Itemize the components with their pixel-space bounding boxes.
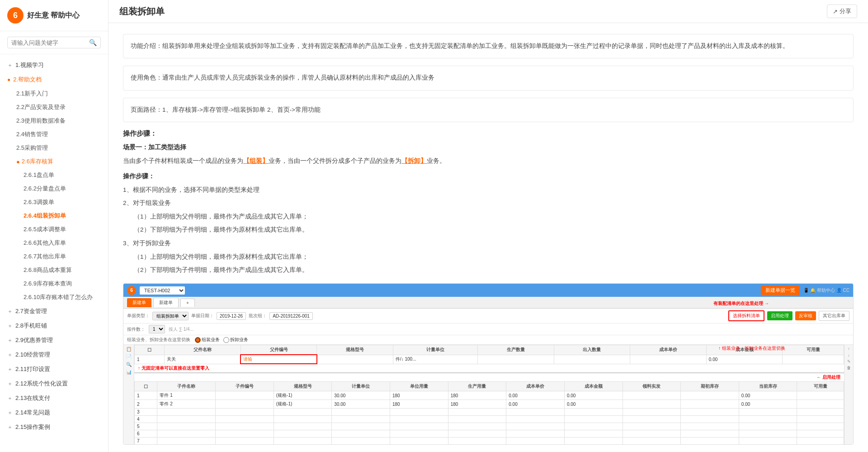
- sidebar-item-262[interactable]: 2.6.2分量盘点单: [0, 182, 108, 195]
- ss-logo: 6: [127, 286, 136, 295]
- sidebar-item-finance[interactable]: ＋ 2.7资金管理: [0, 304, 108, 319]
- link-assembly[interactable]: 【组装】: [243, 157, 269, 164]
- screenshot-container: 6 TEST-H002 新建单据一览 📱 🔔 帮助中心 👤 CC 新建单 新建单…: [123, 283, 854, 445]
- ss-col-spec: 规格型号: [317, 345, 393, 355]
- ss-annotation4: ↑ 无固定清单可以直接在这里置零入: [134, 364, 844, 372]
- ss-child-col-cost-price: 成本单价: [506, 382, 565, 391]
- ss-org-select[interactable]: TEST-H002: [140, 286, 185, 295]
- step2: 2、对于组装业务: [123, 197, 854, 209]
- sidebar-item-purchase[interactable]: 2.5采购管理: [0, 141, 108, 155]
- link-disassembly[interactable]: 【拆卸】: [401, 157, 427, 164]
- ss-date-val[interactable]: 2019-12-26: [217, 312, 246, 320]
- ss-other-out-btn[interactable]: 其它出库单: [819, 311, 849, 321]
- ss-col-prod-qty: 生产数量: [477, 345, 554, 355]
- collapse-icon-inventory: ●: [16, 158, 20, 165]
- ss-col-inout-qty: 出入数量: [554, 345, 630, 355]
- table-row: 7: [135, 438, 844, 445]
- sidebar-item-label: 1.视频学习: [15, 61, 44, 69]
- sidebar-item-data-prep[interactable]: 2.3使用前数据准备: [0, 114, 108, 128]
- ss-lower-table: ← 启用处理 ☐ 子件名称 子件编号 规格型号 计量单位 单位用量: [134, 373, 844, 444]
- ss-new-doc-btn[interactable]: 新建单据一览: [761, 285, 800, 295]
- ss-radio-group: 组装业务 拆卸业务: [195, 337, 248, 343]
- share-button[interactable]: ↗ 分享: [827, 5, 857, 18]
- ss-sub-toolbar: 按件数： 1 按人 ∑ 1/4...: [123, 324, 853, 335]
- sidebar-item-print[interactable]: ＋ 2.11打印设置: [0, 362, 108, 376]
- ss-main-table-area[interactable]: ☐ 父件名称 父件编号 规格型号 计量单位 生产数量 出入数量 成本单价 成本金…: [134, 345, 844, 444]
- ss-annotation3: ← 启用处理: [816, 374, 840, 381]
- sidebar-item-263[interactable]: 2.6.3调拨单: [0, 195, 108, 209]
- ss-right-icon-bar: ↑↓✎🗑: [844, 345, 853, 444]
- sidebar-item-ops[interactable]: ＋ 2.10经营管理: [0, 347, 108, 362]
- ss-annotation2: ↑ 组装业务、拆卸业务在这里切换: [718, 345, 785, 352]
- ss-batch-val[interactable]: AD-20191226-001: [269, 312, 313, 320]
- steps-title: 操作步骤：: [123, 172, 854, 181]
- sidebar-item-268[interactable]: 2.6.8商品成本重算: [0, 263, 108, 277]
- ss-parent-code-cell[interactable]: 请输: [241, 355, 317, 364]
- ss-child-col-code: 子件编号: [216, 382, 274, 391]
- ss-annotation-area: 选择拆料清单 有装配清单的在这里处理 →: [728, 310, 764, 321]
- scene1-desc: 当由多个子件材料组装成一个成品的业务为【组装】业务，当由一个父件拆分成多个子产品…: [123, 155, 854, 167]
- sidebar-item-docs[interactable]: ● 2.帮助文档: [0, 72, 108, 87]
- sidebar-item-install[interactable]: 2.2产品安装及登录: [0, 100, 108, 114]
- ss-child-col-avail: 可用量: [797, 382, 844, 391]
- sidebar-item-settings[interactable]: ＋ 2.12系统个性化设置: [0, 376, 108, 391]
- top-bar: 组装拆卸单 ↗ 分享: [108, 0, 868, 23]
- sidebar-item-269[interactable]: 2.6.9库存账本查询: [0, 277, 108, 290]
- ss-tab-extra[interactable]: +: [180, 299, 195, 307]
- ss-form-header: 单据类型： 组装拆卸单 单据日期： 2019-12-26 批次组： AD-201…: [123, 309, 853, 324]
- ss-icons: 📱 🔔 帮助中心 👤 CC: [803, 287, 849, 294]
- table-row: 2 零件 2 (规格-1) 30.00 180 180 0.00 0.00: [135, 400, 844, 409]
- sidebar-item-sales[interactable]: 2.4销售管理: [0, 128, 108, 141]
- ss-radio-assembly[interactable]: 组装业务: [195, 337, 220, 343]
- ss-child-col-spec: 规格型号: [274, 382, 332, 391]
- sidebar-item-new-user[interactable]: 2.1新手入门: [0, 87, 108, 100]
- step2-2: （2）下部明细为子件明细，最终作为原材料生成其它出库单。: [123, 224, 854, 236]
- ss-child-col-curr-stock: 当前库存: [739, 382, 797, 391]
- ss-process-label: 组装业务、拆卸业务在这里切换: [127, 337, 190, 343]
- ss-col-unit: 计量单位: [393, 345, 477, 355]
- function-intro-text: 功能介绍：组装拆卸单用来处理企业组装或拆卸等加工业务，支持有固定装配清单的产品加…: [131, 43, 789, 49]
- role-intro-block: 使用角色：通常由生产人员或库管人员完成拆装业务的操作，库管人员确认原材料的出库和…: [123, 66, 854, 90]
- ss-left-icon-bar: 📋📄🔍📊: [123, 345, 134, 444]
- sidebar-item-261[interactable]: 2.6.1盘点单: [0, 168, 108, 182]
- sidebar-item-265[interactable]: 2.6.5成本调整单: [0, 223, 108, 236]
- ss-date-label: 单据日期：: [191, 313, 214, 319]
- sidebar-item-264[interactable]: 2.6.4组装拆卸单: [0, 209, 108, 223]
- ss-radio-disassembly[interactable]: 拆卸业务: [223, 337, 248, 343]
- share-icon: ↗: [833, 8, 838, 15]
- sidebar-item-266[interactable]: 2.6.6其他入库单: [0, 236, 108, 250]
- path-intro-text: 页面路径：1、库存核算->库存管理->组装拆卸单 2、首页->常用功能: [131, 106, 321, 113]
- sidebar-item-payment[interactable]: ＋ 2.13在线支付: [0, 391, 108, 405]
- ss-tab-new[interactable]: 新建单: [153, 298, 179, 307]
- ss-annotation3-row: ← 启用处理: [134, 373, 844, 381]
- sidebar-item-cases[interactable]: ＋ 2.15操作案例: [0, 420, 108, 434]
- path-intro-block: 页面路径：1、库存核算->库存管理->组装拆卸单 2、首页->常用功能: [123, 98, 854, 122]
- sidebar-item-faq[interactable]: ＋ 2.14常见问题: [0, 405, 108, 420]
- ss-enable-btn[interactable]: 启用处理: [767, 311, 793, 320]
- search-icon[interactable]: 🔍: [89, 39, 97, 46]
- ss-type-select[interactable]: 组装拆卸单: [152, 312, 189, 320]
- function-intro-block: 功能介绍：组装拆卸单用来处理企业组装或拆卸等加工业务，支持有固定装配清单的产品加…: [123, 34, 854, 58]
- sidebar-item-inventory[interactable]: ● 2.6库存核算: [0, 155, 108, 168]
- ss-unit-label: 按件数：: [127, 326, 145, 333]
- search-box[interactable]: 🔍: [7, 37, 101, 48]
- ss-select-bom-btn[interactable]: 选择拆料清单: [728, 310, 764, 321]
- role-intro-text: 使用角色：通常由生产人员或库管人员完成拆装业务的操作，库管人员确认原材料的出库和…: [131, 74, 434, 81]
- ss-radio-disassembly-input[interactable]: [223, 337, 229, 343]
- sidebar-item-video[interactable]: ＋ 1.视频学习: [0, 58, 108, 72]
- sidebar-item-label: 2.帮助文档: [13, 76, 42, 84]
- ss-unit-select[interactable]: 1: [149, 325, 165, 333]
- table-row: 1 关关 请输 件/↓ 100... 0.00: [135, 355, 844, 364]
- ss-tab-active[interactable]: 新建单: [127, 298, 151, 307]
- search-input[interactable]: [11, 39, 89, 46]
- ss-annotation1: 有装配清单的在这里处理 →: [713, 300, 769, 307]
- sidebar-item-2610[interactable]: 2.6.10库存账本错了怎么办: [0, 290, 108, 304]
- ss-child-col-check: ☐: [135, 382, 157, 391]
- sidebar-item-mobile[interactable]: ＋ 2.8手机旺铺: [0, 319, 108, 333]
- sidebar-item-coupon[interactable]: ＋ 2.9优惠券管理: [0, 333, 108, 347]
- ss-anti-audit-btn[interactable]: 反审核: [795, 311, 816, 320]
- sidebar-item-267[interactable]: 2.6.7其他出库单: [0, 250, 108, 263]
- ss-type-label: 单据类型：: [127, 313, 150, 319]
- ss-radio-assembly-input[interactable]: [195, 337, 201, 343]
- step3: 3、对于拆卸业务: [123, 238, 854, 249]
